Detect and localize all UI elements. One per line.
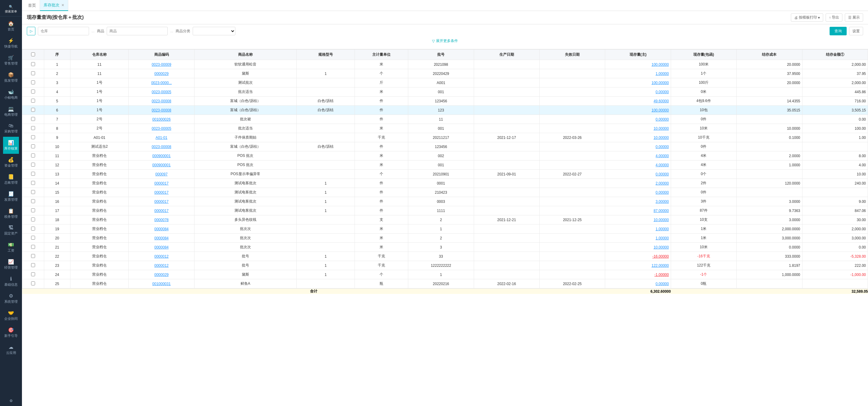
expand-more-button[interactable]: ▽ 展开更多条件 [432,37,458,45]
sidebar-item-14[interactable]: 📈经营管理 [3,256,19,273]
sidebar-item-18[interactable]: 🎯新手引导 [3,324,19,341]
row-qty-main-4[interactable]: 49.60000 [605,97,671,106]
row-checkbox-4[interactable] [22,97,44,106]
row-qty-main-7[interactable]: 10.00000 [605,124,671,133]
row-code-15[interactable]: 0000017 [129,197,194,206]
row-checkbox-1[interactable] [22,69,44,78]
row-qty-main-8[interactable]: 10.00000 [605,133,671,142]
sidebar-item-16[interactable]: ⚙系统管理 [3,290,19,307]
row-code-23[interactable]: 0000029 [129,270,194,279]
row-code-0[interactable]: 0023-00009 [129,60,194,69]
row-qty-main-19[interactable]: 1.00000 [605,234,671,243]
row-code-12[interactable]: 000097 [129,170,194,179]
sidebar-item-5[interactable]: 💻电商管理 [3,103,19,120]
row-qty-main-1[interactable]: 1.00000 [605,69,671,78]
row-qty-main-22[interactable]: 122.00000 [605,261,671,270]
row-qty-main-9[interactable]: 0.00000 [605,142,671,151]
row-code-17[interactable]: 0000078 [129,215,194,225]
row-checkbox-22[interactable] [22,261,44,270]
row-checkbox-7[interactable] [22,124,44,133]
row-code-7[interactable]: 0023-00005 [129,124,194,133]
sidebar-item-3[interactable]: 📦批发管理 [3,69,19,86]
sidebar-item-9[interactable]: 📒总账管理 [3,171,19,188]
row-checkbox-11[interactable] [22,161,44,170]
row-qty-main-11[interactable]: 4.00000 [605,161,671,170]
row-code-14[interactable]: 0000017 [129,188,194,197]
row-qty-main-16[interactable]: 87.00000 [605,206,671,215]
row-qty-main-0[interactable]: 100.00000 [605,60,671,69]
sidebar-item-11[interactable]: 📋税务管理 [3,205,19,222]
row-checkbox-13[interactable] [22,179,44,188]
row-code-21[interactable]: 0000012 [129,252,194,261]
row-checkbox-16[interactable] [22,206,44,215]
row-checkbox-5[interactable] [22,106,44,115]
row-qty-main-21[interactable]: -16.00000 [605,252,671,261]
row-checkbox-9[interactable] [22,142,44,151]
row-qty-main-14[interactable]: 0.00000 [605,188,671,197]
print-template-button[interactable]: 🖨 按模板打印 ▾ [791,13,823,22]
sidebar-item-8[interactable]: 💰资金管理 [3,154,19,171]
row-code-24[interactable]: 001000031 [129,279,194,289]
display-button[interactable]: ☰ 展示 [845,13,863,22]
row-code-9[interactable]: 0023-00008 [129,142,194,151]
settings-button[interactable]: 设置 [849,27,863,35]
row-code-13[interactable]: 0000017 [129,179,194,188]
row-checkbox-10[interactable] [22,151,44,161]
row-checkbox-24[interactable] [22,279,44,289]
row-checkbox-0[interactable] [22,60,44,69]
category-select[interactable] [193,27,236,35]
row-qty-main-3[interactable]: 0.00000 [605,88,671,97]
row-qty-main-13[interactable]: 2.00000 [605,179,671,188]
row-qty-main-6[interactable]: 0.00000 [605,115,671,124]
sidebar-item-15[interactable]: ℹ基础信息 [3,273,19,290]
sidebar-item-2[interactable]: 🛒零售管理 [3,52,19,69]
row-qty-main-5[interactable]: 100.00000 [605,106,671,115]
row-code-2[interactable]: 0023-0000... [129,78,194,88]
row-qty-main-15[interactable]: 3.00000 [605,197,671,206]
row-code-4[interactable]: 0023-00008 [129,97,194,106]
row-code-5[interactable]: 0023-00008 [129,106,194,115]
select-all-checkbox[interactable] [31,53,35,56]
row-checkbox-3[interactable] [22,88,44,97]
row-checkbox-8[interactable] [22,133,44,142]
sidebar-item-17[interactable]: 🤝企业协同 [3,307,19,324]
tab-close-icon[interactable]: ✕ [61,3,64,7]
tab-inventory-batch[interactable]: 库存批次 ✕ [40,0,68,11]
sidebar-item-1[interactable]: ⚡快捷导航 [3,35,19,52]
row-checkbox-14[interactable] [22,188,44,197]
row-code-18[interactable]: 0000084 [129,225,194,234]
row-code-22[interactable]: 0000012 [129,261,194,270]
row-code-6[interactable]: 001000026 [129,115,194,124]
sidebar-item-12[interactable]: 🏗固定资产 [3,222,19,239]
row-code-11[interactable]: 000900001 [129,161,194,170]
row-qty-main-10[interactable]: 4.00000 [605,151,671,161]
row-checkbox-19[interactable] [22,234,44,243]
row-checkbox-6[interactable] [22,115,44,124]
row-checkbox-17[interactable] [22,215,44,225]
row-checkbox-23[interactable] [22,270,44,279]
sidebar-settings[interactable]: ⚙ [0,396,22,406]
warehouse-input[interactable] [38,27,89,35]
row-code-1[interactable]: 0000029 [129,69,194,78]
export-button[interactable]: ↑ 导出 [826,13,842,22]
filter-expand-button[interactable]: ▷ [27,27,35,35]
sidebar-item-6[interactable]: 🛍采购管理 [3,120,19,137]
sidebar-item-7[interactable]: 📊库存核算 [3,137,19,154]
sidebar-logo[interactable]: 🔍 搜索菜单 [0,2,22,16]
row-qty-main-12[interactable]: 0.00000 [605,170,671,179]
row-qty-main-23[interactable]: -1.00000 [605,270,671,279]
sidebar-item-4[interactable]: 🐋小鲸电商 [3,86,19,103]
search-button[interactable]: 查询 [830,27,847,35]
row-checkbox-20[interactable] [22,243,44,252]
table-container[interactable]: 序 仓库名称 商品编码 商品名称 规格型号 主计量单位 批号 生产日期 失效日期… [22,49,868,406]
row-qty-main-2[interactable]: 100.00000 [605,78,671,88]
sidebar-item-13[interactable]: 💵工资 [3,239,19,256]
row-checkbox-12[interactable] [22,170,44,179]
row-code-10[interactable]: 000900001 [129,151,194,161]
sidebar-item-10[interactable]: 🧾发票管理 [3,188,19,205]
row-qty-main-20[interactable]: 10.00000 [605,243,671,252]
row-qty-main-17[interactable]: 10.00000 [605,215,671,225]
tab-home[interactable]: 首页 [24,0,40,11]
sidebar-item-19[interactable]: ☁云应用 [3,341,19,358]
row-qty-main-24[interactable]: 0.00000 [605,279,671,289]
